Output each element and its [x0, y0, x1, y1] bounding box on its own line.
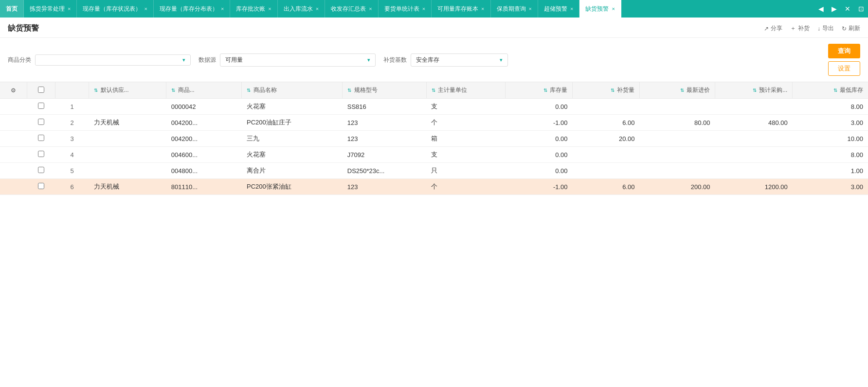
replenish-button[interactable]: ＋ 补货 — [790, 24, 810, 33]
table-cell: 个 — [426, 115, 506, 131]
th-supplier[interactable]: ⇅ 默认供应... — [89, 82, 166, 99]
filter-right-buttons: 查询 设置 — [828, 44, 860, 76]
table-header-row: ⚙ ⇅ 默认供应... ⇅ 商品... ⇅ — [0, 82, 868, 99]
th-est-purchase[interactable]: ⇅ 预计采购... — [715, 82, 793, 99]
datasource-label: 数据源 — [199, 56, 216, 64]
table-cell: 480.00 — [715, 115, 793, 131]
table-cell: 支 — [426, 147, 506, 163]
tab-close-icon[interactable]: × — [268, 6, 271, 12]
tab-close-icon[interactable]: × — [529, 6, 532, 12]
table-cell: PC200油缸庄子 — [242, 115, 343, 131]
table-cell: J7092 — [343, 147, 426, 163]
table-cell — [573, 147, 640, 163]
table-cell — [89, 99, 166, 115]
tab-item-expiry-query[interactable]: 保质期查询× — [491, 0, 538, 18]
th-min-stock-label: 最低库存 — [840, 87, 863, 93]
replenish-base-select[interactable]: 安全库存 ▾ — [411, 53, 508, 67]
table-cell — [639, 163, 715, 179]
tab-next-button[interactable]: ▶ — [828, 0, 841, 18]
tab-bar: 首页拣货异常处理×现存量（库存状况表）×现存量（库存分布表）×库存批次账×出入库… — [0, 0, 868, 18]
tab-close-button[interactable]: ✕ — [841, 0, 854, 18]
datasource-select[interactable]: 可用量 ▾ — [220, 53, 376, 67]
table-body: 10000042火花塞SS816支0.008.002力天机械004200...P… — [0, 99, 868, 195]
table-cell — [639, 131, 715, 147]
tab-close-icon[interactable]: × — [316, 6, 319, 12]
tab-close-icon[interactable]: × — [481, 6, 484, 12]
tab-item-home[interactable]: 首页 — [0, 0, 24, 18]
tab-close-icon[interactable]: × — [612, 6, 615, 12]
tab-expand-button[interactable]: ⊡ — [854, 0, 868, 18]
th-spec[interactable]: ⇅ 规格型号 — [343, 82, 426, 99]
row-checkbox[interactable] — [38, 183, 44, 189]
tab-item-batch-account[interactable]: 库存批次账× — [230, 0, 277, 18]
th-replenish-qty[interactable]: ⇅ 补货量 — [573, 82, 640, 99]
table-cell: 1200.00 — [715, 179, 793, 195]
table-cell: 123 — [343, 131, 426, 147]
th-spec-label: 规格型号 — [354, 87, 378, 93]
th-unit[interactable]: ⇅ 主计量单位 — [426, 82, 506, 99]
tab-item-requisition-stats[interactable]: 要货单统计表× — [379, 0, 432, 18]
tab-label: 拣货异常处理 — [30, 5, 65, 13]
table-cell — [715, 131, 793, 147]
page-header: 缺货预警 ↗ 分享 ＋ 补货 ↓ 导出 ↻ 刷新 — [0, 18, 868, 38]
settings-button[interactable]: 设置 — [828, 61, 860, 76]
tab-item-inout-flow[interactable]: 出入库流水× — [278, 0, 325, 18]
category-select[interactable]: ▾ — [35, 54, 191, 66]
select-all-checkbox[interactable] — [38, 87, 44, 93]
th-unit-label: 主计量单位 — [438, 87, 467, 93]
tab-item-exception[interactable]: 拣货异常处理× — [24, 0, 77, 18]
tab-close-icon[interactable]: × — [422, 6, 425, 12]
th-settings[interactable]: ⚙ — [0, 82, 27, 99]
table-cell: 2 — [55, 115, 89, 131]
share-button[interactable]: ↗ 分享 — [764, 24, 782, 33]
th-latest-price-label: 最新进价 — [687, 87, 710, 93]
replenish-icon: ＋ — [790, 24, 796, 33]
table-cell — [0, 115, 27, 131]
page-container: 缺货预警 ↗ 分享 ＋ 补货 ↓ 导出 ↻ 刷新 商品分类 — [0, 18, 868, 387]
export-button[interactable]: ↓ 导出 — [817, 24, 834, 33]
tab-close-icon[interactable]: × — [570, 6, 573, 12]
tab-prev-button[interactable]: ◀ — [814, 0, 828, 18]
name-sort-icon: ⇅ — [247, 88, 251, 93]
table-cell — [573, 99, 640, 115]
table-cell: 6.00 — [573, 115, 640, 131]
row-checkbox[interactable] — [38, 103, 44, 109]
tab-close-icon[interactable]: × — [68, 6, 71, 12]
tab-label: 首页 — [6, 5, 18, 13]
table-cell — [27, 131, 55, 147]
th-code[interactable]: ⇅ 商品... — [166, 82, 242, 99]
tab-item-inventory-dist[interactable]: 现存量（库存分布表）× — [154, 0, 230, 18]
table-cell: -1.00 — [506, 115, 573, 131]
row-checkbox[interactable] — [38, 135, 44, 141]
tab-item-receive-summary[interactable]: 收发存汇总表× — [325, 0, 378, 18]
table-cell — [639, 99, 715, 115]
th-name[interactable]: ⇅ 商品名称 — [242, 82, 343, 99]
table-cell: 80.00 — [639, 115, 715, 131]
table-cell: -1.00 — [506, 179, 573, 195]
tab-item-inventory-status[interactable]: 现存量（库存状况表）× — [77, 0, 153, 18]
tab-item-shortage-warning[interactable]: 缺货预警× — [579, 0, 621, 18]
refresh-button[interactable]: ↻ 刷新 — [842, 24, 860, 33]
table-cell: 6.00 — [573, 179, 640, 195]
row-checkbox[interactable] — [38, 167, 44, 173]
table-row: 3004200...三九123箱0.0020.0010.00 — [0, 131, 868, 147]
tab-close-icon[interactable]: × — [369, 6, 372, 12]
tab-label: 要货单统计表 — [384, 5, 419, 13]
table-cell: 0.00 — [506, 99, 573, 115]
row-checkbox[interactable] — [38, 119, 44, 125]
query-button[interactable]: 查询 — [828, 44, 860, 58]
row-checkbox[interactable] — [38, 151, 44, 157]
table-cell: 力天机械 — [89, 179, 166, 195]
tab-close-icon[interactable]: × — [144, 6, 147, 12]
th-stock[interactable]: ⇅ 库存量 — [506, 82, 573, 99]
table-cell: 3 — [55, 131, 89, 147]
th-latest-price[interactable]: ⇅ 最新进价 — [639, 82, 715, 99]
tab-label: 出入库流水 — [284, 5, 313, 13]
datasource-value: 可用量 — [225, 56, 243, 64]
th-min-stock[interactable]: ⇅ 最低库存 — [793, 82, 868, 99]
tab-item-available-ledger[interactable]: 可用量库存账本× — [432, 0, 490, 18]
table-cell: 8.00 — [793, 99, 868, 115]
tab-close-icon[interactable]: × — [221, 6, 224, 12]
table-row: 5004800...离合片DS250*23c...只0.001.00 — [0, 163, 868, 179]
tab-item-overstock-warning[interactable]: 超储预警× — [538, 0, 579, 18]
